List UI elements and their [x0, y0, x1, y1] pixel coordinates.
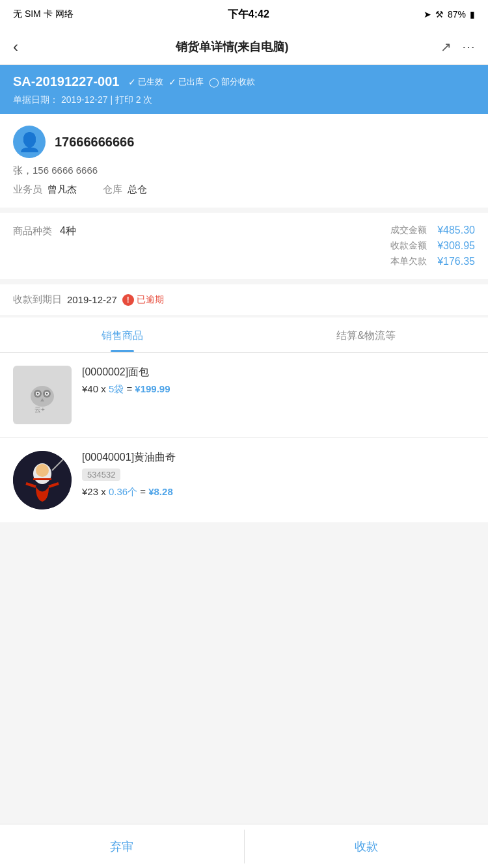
status-badge-out: ✓ 已出库	[169, 76, 204, 88]
clock-icon: ◯	[209, 77, 219, 87]
stats-section: 商品种类 4种 成交金额 ¥485.30 收款金额 ¥308.95 本单欠款 ¥…	[0, 213, 488, 279]
due-date-section: 收款到期日 2019-12-27 ! 已逾期	[0, 284, 488, 315]
product-info-1: [0000002]面包 ¥40 x 5袋 = ¥199.99	[82, 366, 475, 396]
debt-label: 本单欠款	[390, 256, 427, 267]
qty-highlight-1: 5袋	[109, 383, 124, 394]
svg-text:云+: 云+	[34, 406, 45, 413]
received-value: ¥308.95	[437, 240, 475, 252]
check-icon-2: ✓	[169, 77, 176, 87]
warehouse-label: 仓库	[103, 183, 122, 196]
svg-point-6	[46, 393, 48, 395]
svg-point-5	[37, 393, 39, 395]
order-header-banner: SA-20191227-001 ✓ 已生效 ✓ 已出库 ◯ 部分收款 单据日期：…	[0, 65, 488, 114]
received-row: 收款金额 ¥308.95	[390, 240, 475, 252]
product-thumbnail-1: 云+	[13, 366, 72, 424]
salesperson-field: 业务员 曾凡杰	[13, 183, 77, 196]
warehouse-field: 仓库 总仓	[103, 183, 147, 196]
due-label: 收款到期日	[13, 293, 62, 306]
debt-value: ¥176.35	[437, 256, 475, 267]
tab-sales-products[interactable]: 销售商品	[0, 318, 244, 352]
bottom-bar: 弃审 收款	[0, 824, 488, 868]
product-price-1: ¥40 x 5袋 = ¥199.99	[82, 383, 475, 396]
salesperson-label: 业务员	[13, 183, 42, 196]
status-signal: 无 SIM 卡 网络	[13, 8, 74, 20]
financial-stats: 成交金额 ¥485.30 收款金额 ¥308.95 本单欠款 ¥176.35	[390, 224, 475, 267]
overdue-badge: ! 已逾期	[122, 294, 164, 306]
status-time: 下午4:42	[228, 8, 269, 21]
price-total-1: ¥199.99	[135, 383, 170, 394]
due-date-value: 2019-12-27	[67, 294, 117, 305]
more-icon[interactable]: ⋯	[462, 39, 475, 55]
svg-rect-11	[33, 478, 51, 480]
product-info-2: [00040001]黄油曲奇 534532 ¥23 x 0.36个 = ¥8.2…	[82, 451, 475, 498]
check-icon-1: ✓	[128, 77, 136, 87]
product-price-2: ¥23 x 0.36个 = ¥8.28	[82, 486, 475, 498]
amount-label: 成交金额	[390, 224, 427, 236]
qty-highlight-2: 0.36个	[109, 486, 137, 497]
share-icon[interactable]: ↗	[441, 39, 452, 55]
overdue-text: 已逾期	[137, 294, 164, 306]
nav-bar: ‹ 销货单详情(来自电脑) ↗ ⋯	[0, 29, 488, 65]
product-name-2: [00040001]黄油曲奇	[82, 451, 475, 465]
alarm-icon: ⚒	[435, 9, 444, 20]
warehouse-value: 总仓	[128, 183, 147, 196]
nav-actions: ↗ ⋯	[441, 39, 475, 55]
product-item: 云+ [0000002]面包 ¥40 x 5袋 = ¥199.99	[0, 353, 488, 438]
owl-icon: 云+	[23, 375, 62, 414]
back-button[interactable]: ‹	[8, 33, 23, 61]
amount-value: ¥485.30	[437, 224, 475, 236]
status-badge-effective: ✓ 已生效	[128, 76, 163, 88]
svg-point-0	[31, 386, 54, 407]
location-icon: ➤	[424, 9, 431, 20]
product-name-1: [0000002]面包	[82, 366, 475, 379]
price-total-2: ¥8.28	[148, 486, 173, 497]
cancel-review-button[interactable]: 弃审	[0, 830, 245, 863]
debt-row: 本单欠款 ¥176.35	[390, 256, 475, 267]
amount-row: 成交金额 ¥485.30	[390, 224, 475, 236]
product-sku-badge: 534532	[82, 468, 120, 481]
customer-section: 👤 17666666666 张，156 6666 6666 业务员 曾凡杰 仓库…	[0, 114, 488, 208]
category-value: 4种	[60, 224, 76, 238]
product-placeholder-1: 云+	[13, 366, 72, 424]
product-item-2: [00040001]黄油曲奇 534532 ¥23 x 0.36个 = ¥8.2…	[0, 438, 488, 523]
status-badge-partial: ◯ 部分收款	[209, 76, 255, 88]
customer-meta: 业务员 曾凡杰 仓库 总仓	[13, 183, 475, 196]
person-icon: 👤	[18, 131, 41, 153]
received-label: 收款金额	[390, 240, 427, 252]
status-battery: ➤ ⚒ 87% ▮	[424, 9, 475, 20]
collect-payment-button[interactable]: 收款	[245, 830, 489, 863]
products-section: 云+ [0000002]面包 ¥40 x 5袋 = ¥199.99	[0, 353, 488, 523]
customer-name: 17666666666	[55, 135, 134, 150]
page-title: 销货单详情(来自电脑)	[23, 39, 441, 55]
price-base-1: ¥40 x	[82, 383, 109, 394]
tabs-section: 销售商品 结算&物流等	[0, 318, 488, 353]
banner-date-row: 单据日期： 2019-12-27 | 打印 2 次	[13, 94, 475, 106]
product-image-2	[13, 451, 72, 509]
svg-marker-16	[62, 456, 66, 459]
tab-settlement[interactable]: 结算&物流等	[244, 318, 488, 352]
order-id: SA-20191227-001	[13, 74, 119, 89]
salesperson-value: 曾凡杰	[47, 183, 77, 196]
product-thumbnail-2	[13, 451, 72, 509]
product-category-stat: 商品种类 4种	[13, 224, 76, 238]
svg-point-12	[36, 464, 49, 477]
overdue-icon: !	[122, 294, 134, 306]
status-badges: ✓ 已生效 ✓ 已出库 ◯ 部分收款	[128, 76, 255, 88]
category-label: 商品种类	[13, 225, 52, 237]
battery-icon: ▮	[470, 9, 475, 20]
avatar: 👤	[13, 126, 46, 158]
price-base-2: ¥23 x	[82, 486, 109, 497]
customer-sub: 张，156 6666 6666	[13, 165, 475, 177]
status-bar: 无 SIM 卡 网络 下午4:42 ➤ ⚒ 87% ▮	[0, 0, 488, 29]
